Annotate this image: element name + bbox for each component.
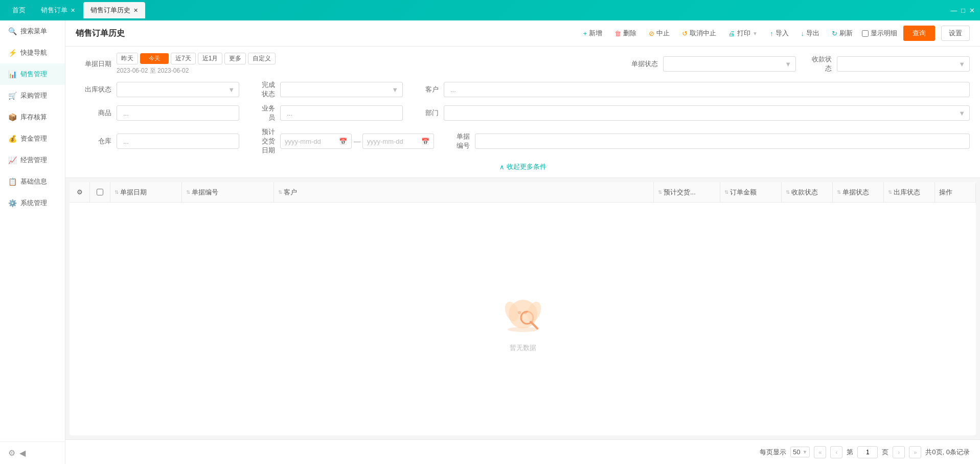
sidebar-item-search-menu[interactable]: 🔍 搜索菜单	[0, 20, 65, 42]
import-btn-label: 导入	[776, 29, 789, 38]
next-page-btn[interactable]: ›	[893, 446, 905, 458]
date-7days[interactable]: 近7天	[171, 53, 196, 64]
tab-sales-order-close[interactable]: ✕	[71, 7, 75, 14]
date-more[interactable]: 更多	[224, 53, 246, 64]
th-check[interactable]	[90, 182, 110, 202]
sidebar: 🔍 搜索菜单 ⚡ 快捷导航 📊 销售管理 🛒 采购管理 📦 库存核算 💰 资金管…	[0, 20, 65, 464]
out-status-label: 出库状态	[76, 85, 117, 94]
purchase-mgmt-icon: 🛒	[8, 92, 16, 100]
export-btn[interactable]: ↓ 导出	[798, 27, 823, 40]
tab-home[interactable]: 首页	[5, 2, 33, 18]
receipt-status-arrow-icon: ▼	[959, 60, 965, 68]
sidebar-item-quick-nav-label: 快捷导航	[20, 48, 47, 57]
page-size-arrow-icon: ▼	[802, 449, 807, 455]
delete-btn[interactable]: 🗑 删除	[611, 27, 640, 40]
calendar-from-icon[interactable]: 📅	[339, 138, 347, 145]
gear-icon[interactable]: ⚙	[77, 188, 83, 196]
last-page-btn[interactable]: »	[909, 446, 921, 458]
sort-docnum-icon[interactable]: ⇅	[186, 189, 190, 195]
window-close-btn[interactable]: ✕	[969, 7, 975, 14]
th-docnum: ⇅ 单据编号	[182, 182, 274, 202]
page-header: 销售订单历史 + 新增 🗑 删除 ⊘ 中止 ↺ 取消中止	[65, 20, 980, 47]
out-status-select[interactable]: ▼	[117, 82, 239, 97]
show-detail-input[interactable]	[862, 30, 869, 37]
collapse-btn[interactable]: ∧ 收起更多条件	[76, 160, 970, 171]
warehouse-input[interactable]: ...	[117, 134, 239, 149]
sidebar-item-operations-mgmt[interactable]: 📈 经营管理	[0, 149, 65, 171]
date-today-badge: 今天	[145, 55, 164, 62]
calendar-to-icon[interactable]: 📅	[421, 138, 429, 145]
sidebar-settings-icon[interactable]: ⚙	[8, 448, 15, 458]
inventory-icon: 📦	[8, 113, 16, 121]
th-delivery: ⇅ 预计交货...	[654, 182, 720, 202]
first-page-btn[interactable]: «	[814, 446, 826, 458]
page-number-input[interactable]	[857, 446, 878, 458]
import-icon: ↑	[770, 30, 773, 37]
sidebar-item-basic-info[interactable]: 📋 基础信息	[0, 171, 65, 192]
salesperson-ellipsis[interactable]: ...	[285, 109, 294, 117]
sidebar-item-capital-mgmt[interactable]: 💰 资金管理	[0, 128, 65, 149]
stop-btn[interactable]: ⊘ 中止	[646, 27, 673, 40]
doc-number-input[interactable]	[475, 134, 970, 149]
date-today[interactable]: 今天	[140, 53, 169, 64]
sort-out-icon[interactable]: ⇅	[888, 189, 892, 195]
sidebar-item-basic-info-label: 基础信息	[20, 177, 47, 186]
sort-pay-icon[interactable]: ⇅	[786, 189, 790, 195]
product-label: 商品	[76, 108, 117, 118]
product-ellipsis[interactable]: ...	[121, 109, 131, 117]
print-btn[interactable]: 🖨 打印 ▼	[725, 27, 761, 40]
refresh-btn[interactable]: ↻ 刷新	[829, 27, 856, 40]
date-1month[interactable]: 近1月	[198, 53, 223, 64]
sort-date-icon[interactable]: ⇅	[115, 189, 119, 195]
receipt-status-select[interactable]: ▼	[837, 56, 970, 72]
prev-page-btn[interactable]: ‹	[830, 446, 842, 458]
tab-sales-order-history-close[interactable]: ✕	[133, 7, 138, 14]
sort-doc-icon[interactable]: ⇅	[837, 189, 841, 195]
customer-input[interactable]: ...	[444, 82, 970, 97]
tab-sales-order-history-label: 销售订单历史	[90, 6, 130, 15]
sidebar-item-system-mgmt[interactable]: ⚙️ 系统管理	[0, 192, 65, 214]
select-all-checkbox[interactable]	[97, 189, 103, 195]
product-input[interactable]: ...	[117, 105, 239, 121]
tab-sales-order[interactable]: 销售订单 ✕	[34, 2, 82, 18]
th-gear[interactable]: ⚙	[70, 182, 90, 202]
operations-mgmt-icon: 📈	[8, 156, 16, 164]
sidebar-item-quick-nav[interactable]: ⚡ 快捷导航	[0, 42, 65, 63]
settings-button[interactable]: 设置	[941, 26, 970, 41]
query-button[interactable]: 查询	[903, 26, 935, 41]
page-size-select[interactable]: 50 ▼	[790, 447, 810, 457]
th-delivery-label: 预计交货...	[664, 188, 696, 197]
table-header: ⚙ ⇅ 单据日期 ⇅ 单据编号 ⇅ 客户 ⇅	[70, 182, 976, 203]
doc-status-select[interactable]: ▼	[663, 56, 796, 72]
delivery-date-to[interactable]: yyyy-mm-dd 📅	[362, 134, 434, 149]
sidebar-collapse-icon[interactable]: ◀	[19, 448, 26, 458]
import-btn[interactable]: ↑ 导入	[767, 27, 792, 40]
date-custom[interactable]: 自定义	[248, 53, 276, 64]
complete-status-select[interactable]: ▼	[280, 82, 403, 97]
cancel-stop-btn[interactable]: ↺ 取消中止	[679, 27, 719, 40]
sort-amount-icon[interactable]: ⇅	[724, 189, 728, 195]
show-detail-checkbox[interactable]: 显示明细	[862, 29, 897, 38]
delivery-date-from[interactable]: yyyy-mm-dd 📅	[280, 134, 352, 149]
complete-status-label: 完成状态	[239, 80, 280, 99]
department-select[interactable]: ▼	[444, 105, 970, 121]
sort-delivery-icon[interactable]: ⇅	[658, 189, 662, 195]
sidebar-item-operations-mgmt-label: 经营管理	[20, 156, 47, 165]
delete-icon: 🗑	[614, 30, 621, 37]
maximize-btn[interactable]: □	[961, 7, 965, 14]
svg-point-7	[524, 311, 527, 314]
sidebar-item-sales-mgmt[interactable]: 📊 销售管理	[0, 63, 65, 85]
minimize-btn[interactable]: —	[950, 7, 957, 14]
customer-label: 客户	[403, 85, 444, 94]
customer-ellipsis[interactable]: ...	[448, 86, 458, 94]
toolbar: + 新增 🗑 删除 ⊘ 中止 ↺ 取消中止 🖨 打印	[580, 26, 970, 41]
salesperson-input[interactable]: ...	[280, 105, 403, 121]
th-doc-status: ⇅ 单据状态	[833, 182, 884, 202]
warehouse-ellipsis[interactable]: ...	[121, 138, 131, 145]
sidebar-item-inventory[interactable]: 📦 库存核算	[0, 106, 65, 128]
new-btn[interactable]: + 新增	[580, 27, 606, 40]
tab-sales-order-history[interactable]: 销售订单历史 ✕	[83, 2, 145, 18]
date-yesterday[interactable]: 昨天	[117, 53, 138, 64]
sort-customer-icon[interactable]: ⇅	[278, 189, 282, 195]
sidebar-item-purchase-mgmt[interactable]: 🛒 采购管理	[0, 85, 65, 106]
